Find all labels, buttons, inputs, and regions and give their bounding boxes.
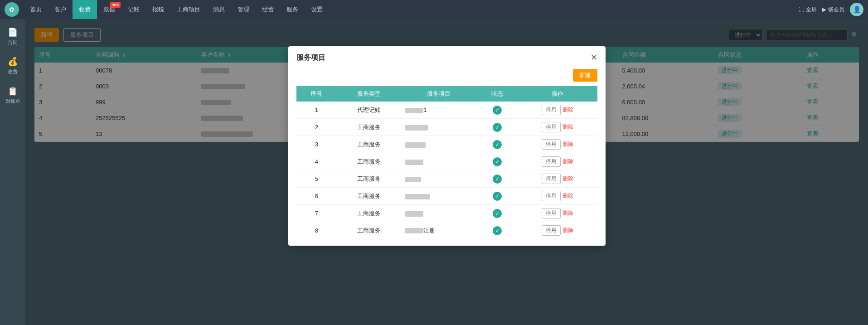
delete-button[interactable]: 删除: [563, 209, 573, 217]
nav-fee[interactable]: 收费: [73, 0, 97, 19]
reconcile-icon: 📋: [8, 86, 18, 96]
nav-manage[interactable]: 管理: [231, 0, 256, 19]
delete-button[interactable]: 删除: [563, 123, 573, 131]
modal-cell-status: ✓: [477, 205, 518, 222]
top-nav: ✿ 首页 客户 收费 票据 new 记账 报税 工商项目 消息 管理 经营 服务…: [0, 0, 868, 19]
app-logo: ✿: [5, 2, 19, 17]
modal-cell-seq: 7: [296, 205, 337, 222]
modal-cell-ops[interactable]: 停用 删除: [518, 136, 597, 153]
nav-operation[interactable]: 经营: [256, 0, 280, 19]
modal-close-button[interactable]: ✕: [591, 53, 597, 63]
modal-cell-ops[interactable]: 停用 删除: [518, 205, 597, 222]
delete-button[interactable]: 删除: [563, 227, 573, 234]
nav-tax[interactable]: 报税: [146, 0, 170, 19]
member-button[interactable]: ▶ 畅会员: [822, 6, 844, 14]
stop-button[interactable]: 停用: [542, 208, 561, 218]
modal-cell-item: [401, 119, 477, 136]
stop-button[interactable]: 停用: [542, 156, 561, 167]
modal-cell-status: ✓: [477, 136, 518, 153]
modal-cell-ops[interactable]: 停用 删除: [518, 222, 597, 239]
modal-cell-item: [401, 136, 477, 153]
nav-invoice[interactable]: 票据 new: [97, 0, 121, 19]
fullscreen-button[interactable]: ⛶ 全屏: [799, 6, 817, 14]
modal-header: 服务项目 ✕: [288, 46, 606, 63]
modal-col-type: 服务类型: [337, 86, 401, 102]
nav-customer[interactable]: 客户: [48, 0, 73, 19]
nav-message[interactable]: 消息: [207, 0, 231, 19]
modal-cell-item: [401, 170, 477, 188]
service-item-table: 序号 服务类型 服务项目 状态 操作 1 代理记账 1 ✓ 停用 删除: [296, 86, 597, 239]
main-layout: 📄 合同 💰 收费 📋 对账单 新增 服务项目 进行中 全部 已终止 🔍: [0, 19, 868, 325]
modal-toolbar: 新建: [296, 69, 597, 82]
content-area: 新增 服务项目 进行中 全部 已终止 🔍 序号 合同编码 ⇅: [25, 19, 868, 325]
sidebar-item-fee[interactable]: 💰 收费: [0, 53, 25, 79]
modal-cell-ops[interactable]: 停用 删除: [518, 102, 597, 119]
sidebar-item-reconcile[interactable]: 📋 对账单: [0, 82, 25, 108]
nav-bar: 首页 客户 收费 票据 new 记账 报税 工商项目 消息 管理 经营 服务 设…: [24, 0, 799, 19]
modal-cell-ops[interactable]: 停用 删除: [518, 170, 597, 188]
status-check-icon: ✓: [493, 106, 502, 115]
modal-cell-type: 工商服务: [337, 170, 401, 188]
stop-button[interactable]: 停用: [542, 122, 561, 132]
modal-new-button[interactable]: 新建: [573, 69, 597, 82]
modal-table-row: 8 工商服务 注册 ✓ 停用 删除: [296, 222, 597, 239]
modal-table-row: 7 工商服务 ✓ 停用 删除: [296, 205, 597, 222]
modal-cell-type: 工商服务: [337, 136, 401, 153]
stop-button[interactable]: 停用: [542, 225, 561, 236]
modal-cell-ops[interactable]: 停用 删除: [518, 188, 597, 205]
nav-bookkeeping[interactable]: 记账: [121, 0, 146, 19]
nav-service[interactable]: 服务: [280, 0, 305, 19]
status-check-icon: ✓: [493, 123, 502, 132]
modal-cell-type: 工商服务: [337, 222, 401, 239]
modal-cell-type: 工商服务: [337, 205, 401, 222]
status-check-icon: ✓: [493, 157, 502, 166]
modal-cell-type: 工商服务: [337, 188, 401, 205]
status-check-icon: ✓: [493, 192, 502, 201]
stop-button[interactable]: 停用: [542, 174, 561, 184]
nav-right: ⛶ 全屏 ▶ 畅会员 👤: [799, 3, 863, 16]
new-badge: new: [110, 2, 121, 8]
modal-cell-item: [401, 188, 477, 205]
modal-cell-type: 工商服务: [337, 119, 401, 136]
modal-cell-seq: 1: [296, 102, 337, 119]
delete-button[interactable]: 删除: [563, 106, 573, 114]
service-item-modal: 服务项目 ✕ 新建 序号 服务类型 服务项目 状态: [288, 46, 606, 246]
nav-settings[interactable]: 设置: [305, 0, 329, 19]
modal-col-item: 服务项目: [401, 86, 477, 102]
modal-cell-ops[interactable]: 停用 删除: [518, 153, 597, 170]
modal-overlay: 服务项目 ✕ 新建 序号 服务类型 服务项目 状态: [25, 19, 868, 325]
modal-cell-status: ✓: [477, 222, 518, 239]
delete-button[interactable]: 删除: [563, 192, 573, 200]
fullscreen-icon: ⛶: [799, 6, 804, 13]
modal-cell-seq: 4: [296, 153, 337, 170]
modal-col-status: 状态: [477, 86, 518, 102]
modal-cell-status: ✓: [477, 153, 518, 170]
delete-button[interactable]: 删除: [563, 158, 573, 165]
modal-cell-seq: 8: [296, 222, 337, 239]
delete-button[interactable]: 删除: [563, 141, 573, 148]
modal-cell-status: ✓: [477, 170, 518, 188]
avatar[interactable]: 👤: [850, 3, 863, 16]
modal-cell-seq: 5: [296, 170, 337, 188]
sidebar-item-contract[interactable]: 📄 合同: [0, 24, 25, 49]
modal-table-row: 2 工商服务 ✓ 停用 删除: [296, 119, 597, 136]
modal-body: 新建 序号 服务类型 服务项目 状态 操作: [288, 63, 606, 246]
modal-cell-ops[interactable]: 停用 删除: [518, 119, 597, 136]
delete-button[interactable]: 删除: [563, 175, 573, 183]
modal-cell-status: ✓: [477, 102, 518, 119]
status-check-icon: ✓: [493, 209, 502, 218]
modal-cell-item: 1: [401, 102, 477, 119]
nav-home[interactable]: 首页: [24, 0, 48, 19]
stop-button[interactable]: 停用: [542, 191, 561, 201]
nav-business[interactable]: 工商项目: [170, 0, 207, 19]
modal-cell-seq: 2: [296, 119, 337, 136]
modal-table-row: 4 工商服务 ✓ 停用 删除: [296, 153, 597, 170]
modal-table-row: 1 代理记账 1 ✓ 停用 删除: [296, 102, 597, 119]
modal-title: 服务项目: [296, 53, 325, 63]
modal-table-row: 3 工商服务 ✓ 停用 删除: [296, 136, 597, 153]
sidebar: 📄 合同 💰 收费 📋 对账单: [0, 19, 25, 325]
stop-button[interactable]: 停用: [542, 105, 561, 115]
status-check-icon: ✓: [493, 140, 502, 149]
stop-button[interactable]: 停用: [542, 139, 561, 150]
member-icon: ▶: [822, 6, 826, 13]
